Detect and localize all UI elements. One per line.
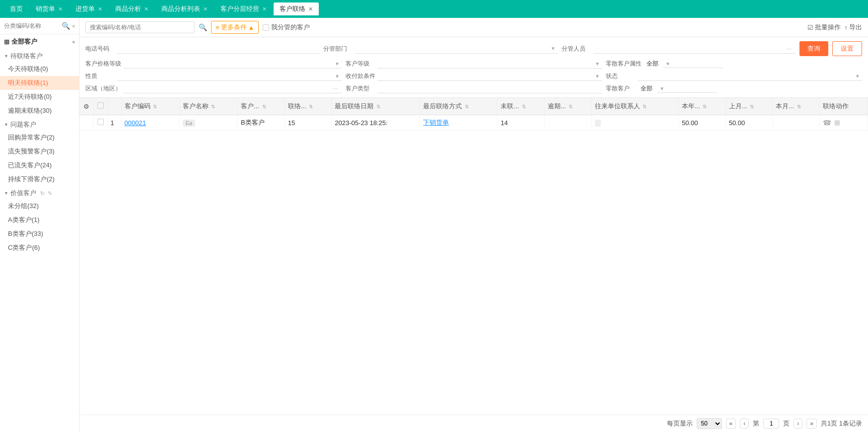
settings-button[interactable]: 设置 (832, 41, 862, 56)
page-input[interactable] (763, 419, 779, 429)
nav-home[interactable]: 首页 (4, 2, 29, 15)
customer-type-input[interactable] (379, 85, 600, 92)
nav-goods-analysis-close[interactable]: ✕ (144, 6, 148, 12)
sidebar-item-tomorrow-contact[interactable]: 明天待联络(1) (0, 76, 79, 90)
col-name-sort[interactable]: ⇅ (211, 104, 215, 109)
sidebar-item-declining[interactable]: 持续下滑客户(2) (0, 172, 79, 186)
sidebar-item-b-class[interactable]: B类客户(33) (0, 227, 79, 241)
col-unit-contact-sort[interactable]: ⇅ (643, 104, 647, 109)
sidebar-item-churned[interactable]: 已流失客户(24) (0, 158, 79, 172)
col-not-contacted-sort[interactable]: ⇅ (522, 104, 526, 109)
col-code[interactable]: 客户编码 ⇅ (121, 98, 179, 115)
sidebar-value-group[interactable]: ▼ 价值客户 ↻ ✎ (0, 186, 79, 199)
phone-icon[interactable]: ☎ (823, 119, 831, 127)
col-name[interactable]: 客户名称 ⇅ (179, 98, 237, 115)
value-group-refresh[interactable]: ↻ (40, 190, 45, 197)
cell-code[interactable]: 000021 (121, 115, 179, 131)
sidebar-item-churn-warning[interactable]: 流失预警客户(3) (0, 144, 79, 158)
nav-purchase-close[interactable]: ✕ (98, 6, 102, 12)
sidebar-item-a-class[interactable]: A类客户(1) (0, 213, 79, 227)
col-overdue-sort[interactable]: ⇅ (569, 104, 573, 109)
col-contact[interactable]: 联络... ⇅ (285, 98, 332, 115)
col-code-sort[interactable]: ⇅ (153, 104, 157, 109)
col-settings[interactable]: ⚙ (79, 98, 93, 115)
my-customers-toggle[interactable]: 我分管的客户 (263, 23, 310, 32)
page-size-select[interactable]: 50 100 200 (697, 418, 722, 429)
col-last-contact-date-sort[interactable]: ⇅ (376, 104, 380, 109)
col-this-year[interactable]: 本年... ⇅ (679, 98, 726, 115)
col-checkbox[interactable] (93, 98, 107, 115)
status-input[interactable] (640, 72, 855, 79)
last-page-btn[interactable]: » (806, 419, 817, 429)
batch-op-btn[interactable]: ☑ 批量操作 (807, 23, 841, 32)
first-page-btn[interactable]: « (726, 419, 736, 429)
cell-checkbox[interactable] (93, 115, 107, 131)
col-last-contact-method[interactable]: 最后联络方式 ⇅ (420, 98, 498, 115)
export-btn[interactable]: ↑ 导出 (845, 23, 863, 32)
sidebar-problem-group[interactable]: ▼ 问题客户 (0, 118, 79, 131)
sidebar-item-week-contact[interactable]: 近7天待联络(0) (0, 90, 79, 104)
filter-field-price-level: 客户价格等级 ▼ (85, 59, 342, 69)
sidebar-item-overdue-contact[interactable]: 逾期未联络(30) (0, 104, 79, 118)
col-last-month-sort[interactable]: ⇅ (750, 104, 754, 109)
nav-goods-analysis-list-close[interactable]: ✕ (203, 6, 208, 12)
filter-search-btn[interactable]: 🔍 (199, 23, 207, 31)
nav-purchase[interactable]: 进货单 ✕ (70, 2, 108, 15)
nav-sales[interactable]: 销货单 ✕ (30, 2, 69, 15)
person-input[interactable] (595, 45, 785, 52)
customer-name[interactable]: Ea (183, 120, 195, 127)
col-this-year-sort[interactable]: ⇅ (703, 104, 707, 109)
col-this-month-sort[interactable]: ⇅ (797, 104, 801, 109)
query-button[interactable]: 查询 (799, 41, 828, 56)
customer-code-link[interactable]: 000021 (125, 119, 146, 127)
col-last-contact-date[interactable]: 最后联络日期 ⇅ (332, 98, 420, 115)
col-this-month[interactable]: 本月... ⇅ (773, 98, 820, 115)
nav-sales-close[interactable]: ✕ (58, 6, 63, 12)
sidebar-item-today-contact[interactable]: 今天待联络(0) (0, 62, 79, 76)
col-contact-sort[interactable]: ⇅ (309, 104, 313, 109)
col-not-contacted[interactable]: 未联... ⇅ (498, 98, 545, 115)
sidebar-pending-group[interactable]: ▼ 待联络客户 (0, 49, 79, 62)
person-dots[interactable]: ··· (785, 45, 794, 52)
filter-search-input[interactable] (85, 21, 195, 33)
col-type[interactable]: 客户... ⇅ (238, 98, 285, 115)
value-group-edit[interactable]: ✎ (48, 190, 52, 197)
my-customers-checkbox[interactable] (263, 24, 269, 31)
prev-page-btn[interactable]: ‹ (740, 419, 749, 429)
phone-input[interactable] (119, 45, 317, 52)
col-last-month[interactable]: 上月... ⇅ (725, 98, 773, 115)
col-type-sort[interactable]: ⇅ (262, 104, 266, 109)
region-input[interactable] (125, 85, 331, 92)
sidebar-item-c-class[interactable]: C类客户(6) (0, 241, 79, 255)
cell-last-contact-method[interactable]: 下销货单 (420, 115, 498, 131)
price-level-input[interactable] (125, 60, 335, 67)
sidebar-item-ungrouped[interactable]: 未分组(32) (0, 199, 79, 213)
last-contact-method-link[interactable]: 下销货单 (423, 119, 449, 126)
nature-input[interactable] (119, 72, 335, 79)
dept-input[interactable] (357, 45, 550, 52)
nav-customer-layer[interactable]: 客户分层经营 ✕ (215, 2, 273, 15)
nav-goods-analysis[interactable]: 商品分析 ✕ (109, 2, 154, 15)
payment-input[interactable] (379, 72, 595, 79)
all-customers-collapse[interactable]: « (72, 39, 75, 45)
sidebar-search-icon[interactable]: 🔍 (62, 22, 70, 30)
nav-customer-layer-close[interactable]: ✕ (262, 6, 267, 12)
nav-customer-contact-close[interactable]: ✕ (308, 6, 313, 12)
sidebar-collapse-btn[interactable]: « (72, 23, 75, 29)
customer-level-input[interactable] (379, 60, 595, 67)
row-checkbox[interactable] (97, 119, 104, 125)
nav-goods-analysis-list[interactable]: 商品分析列表 ✕ (155, 2, 214, 15)
col-last-contact-method-sort[interactable]: ⇅ (465, 104, 469, 109)
grid-icon[interactable]: ⊞ (834, 119, 840, 127)
header-checkbox[interactable] (97, 102, 104, 109)
sidebar-search-input[interactable] (4, 22, 60, 29)
nav-customer-contact[interactable]: 客户联络 ✕ (274, 2, 319, 15)
sidebar-item-repurchase-abnormal[interactable]: 回购异常客户(2) (0, 131, 79, 144)
region-dots[interactable]: ··· (331, 85, 340, 92)
sidebar-all-customers[interactable]: ⊞ 全部客户 « (0, 34, 79, 49)
col-unit-contact[interactable]: 往来单位联系人 ⇅ (591, 98, 678, 115)
next-page-btn[interactable]: › (794, 419, 802, 429)
cell-name[interactable]: Ea (179, 115, 237, 131)
col-overdue[interactable]: 逾期... ⇅ (544, 98, 591, 115)
more-conditions-btn[interactable]: ≡ 更多条件 ▲ (211, 21, 259, 34)
